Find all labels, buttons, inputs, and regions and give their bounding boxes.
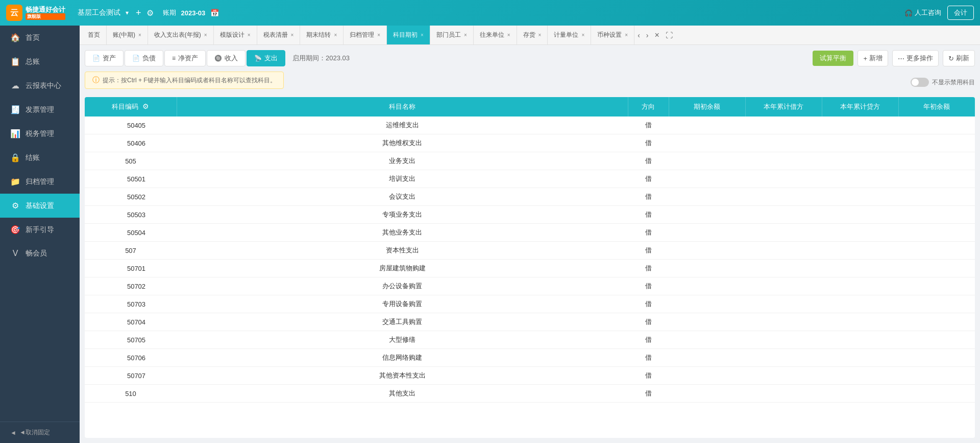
cell-credit xyxy=(822,277,898,295)
sidebar-label-invoice: 发票管理 xyxy=(26,105,54,114)
cell-name: 其他业务支出 xyxy=(177,224,628,242)
more-button[interactable]: ⋯ 更多操作 xyxy=(892,50,939,66)
table-row[interactable]: 507资本性支出借 xyxy=(85,242,975,260)
cell-dir: 借 xyxy=(628,170,669,188)
company-dropdown-icon[interactable]: ▾ xyxy=(126,9,129,16)
tab-currency[interactable]: 币种设置 × xyxy=(591,26,634,45)
account-button[interactable]: 会计 xyxy=(947,6,974,20)
sidebar-label-ledger: 总账 xyxy=(26,57,40,66)
sidebar-item-reports[interactable]: ☁ 云报表中心 xyxy=(0,74,80,98)
table-row[interactable]: 50706信息网络购建借 xyxy=(85,349,975,367)
support-button[interactable]: 🎧 人工咨询 xyxy=(904,8,941,17)
sidebar-item-settings[interactable]: ⚙ 基础设置 xyxy=(0,194,80,218)
sidebar-item-checkout[interactable]: 🔒 结账 xyxy=(0,146,80,170)
add-company-icon[interactable]: + xyxy=(136,8,141,18)
cell-dir: 借 xyxy=(628,188,669,206)
sidebar-item-invoice[interactable]: 🧾 发票管理 xyxy=(0,98,80,122)
table-row[interactable]: 50502会议支出借 xyxy=(85,188,975,206)
tab-unit-close[interactable]: × xyxy=(581,32,584,38)
tab-subject-init[interactable]: 科目期初 × xyxy=(387,26,430,45)
tab-inventory-close[interactable]: × xyxy=(538,32,542,38)
table-wrapper[interactable]: 科目编码 ⚙ 科目名称 方向 期初余额 本年累计借方 本年累计贷方 年初余额 xyxy=(85,97,975,438)
tab-inventory[interactable]: 存货 × xyxy=(517,26,548,45)
table-row[interactable]: 50705大型修缮借 xyxy=(85,331,975,349)
sidebar: 🏠 首页 📋 总账 ☁ 云报表中心 🧾 发票管理 📊 税务管理 🔒 结账 📁 归… xyxy=(0,26,80,443)
sidebar-item-guide[interactable]: 🎯 新手引导 xyxy=(0,218,80,242)
balance-button[interactable]: 试算平衡 xyxy=(813,51,853,66)
tab-annual[interactable]: 收入支出表(年报) × xyxy=(148,26,214,45)
refresh-label: 刷新 xyxy=(956,54,969,63)
sub-tab-income[interactable]: 🔘 收入 xyxy=(207,50,246,66)
cell-balance xyxy=(669,188,745,206)
table-row[interactable]: 50405运维维支出借 xyxy=(85,116,975,134)
cell-name: 房屋建筑物购建 xyxy=(177,260,628,277)
tab-template[interactable]: 模版设计 × xyxy=(214,26,257,45)
cell-name: 会议支出 xyxy=(177,188,628,206)
tab-close-all[interactable]: × xyxy=(651,26,662,45)
tab-subject-init-close[interactable]: × xyxy=(421,32,424,38)
tab-partner-close[interactable]: × xyxy=(507,32,510,38)
sub-tab-expense[interactable]: 📡 支出 xyxy=(247,50,285,66)
tab-period[interactable]: 账(中期) × xyxy=(107,26,148,45)
tab-archive-close[interactable]: × xyxy=(377,32,380,38)
table-row[interactable]: 505业务支出借 xyxy=(85,152,975,170)
sidebar-collapse-button[interactable]: ◄ ◄取消固定 xyxy=(0,422,80,443)
cell-name: 运维维支出 xyxy=(177,116,628,134)
tab-currency-close[interactable]: × xyxy=(625,32,628,38)
header-right: 🎧 人工咨询 会计 xyxy=(904,6,974,20)
tab-unit[interactable]: 计量单位 × xyxy=(548,26,591,45)
tab-nav-next[interactable]: › xyxy=(643,26,652,45)
tab-partner[interactable]: 往来单位 × xyxy=(474,26,517,45)
table-row[interactable]: 50503专项业务支出借 xyxy=(85,206,975,224)
tab-archive[interactable]: 归档管理 × xyxy=(344,26,387,45)
table-row[interactable]: 50703专用设备购置借 xyxy=(85,295,975,313)
tab-template-close[interactable]: × xyxy=(248,32,251,38)
tab-dept[interactable]: 部门员工 × xyxy=(430,26,474,45)
table-row[interactable]: 50702办公设备购置借 xyxy=(85,277,975,295)
tab-home[interactable]: 首页 xyxy=(82,26,107,45)
table-row[interactable]: 50701房屋建筑物购建借 xyxy=(85,260,975,277)
sidebar-item-tax[interactable]: 📊 税务管理 xyxy=(0,122,80,146)
sidebar-label-member: 畅会员 xyxy=(26,249,47,258)
table-row[interactable]: 50406其他维权支出借 xyxy=(85,134,975,152)
sidebar-item-home[interactable]: 🏠 首页 xyxy=(0,26,80,50)
column-settings-icon[interactable]: ⚙ xyxy=(142,102,149,110)
notice-row: ⓘ 提示：按Ctrl + F键并输入科目编码或者科目名称可以查找科目。 不显示禁… xyxy=(85,72,975,93)
refresh-button[interactable]: ↻ 刷新 xyxy=(943,50,975,66)
tab-nav-prev[interactable]: ‹ xyxy=(634,26,643,45)
sidebar-item-member[interactable]: V 畅会员 xyxy=(0,242,80,265)
tab-tax-close[interactable]: × xyxy=(291,32,294,38)
cell-name: 其他维权支出 xyxy=(177,134,628,152)
sub-tab-equity[interactable]: ≡ 净资产 xyxy=(164,50,206,66)
equity-icon: ≡ xyxy=(172,55,176,62)
table-row[interactable]: 50704交通工具购置借 xyxy=(85,313,975,331)
cell-balance xyxy=(669,277,745,295)
cell-debit xyxy=(745,206,822,224)
sidebar-item-ledger[interactable]: 📋 总账 xyxy=(0,50,80,74)
settings-icon[interactable]: ⚙ xyxy=(146,8,154,18)
add-button[interactable]: + 新增 xyxy=(857,50,888,66)
table-row[interactable]: 50707其他资本性支出借 xyxy=(85,367,975,385)
tab-period-end[interactable]: 期末结转 × xyxy=(300,26,344,45)
tab-expand[interactable]: ⛶ xyxy=(663,26,676,45)
tab-period-end-close[interactable]: × xyxy=(334,32,337,38)
tab-tax-label: 税表清册 xyxy=(263,31,288,39)
table-row[interactable]: 50504其他业务支出借 xyxy=(85,224,975,242)
sub-tab-liability[interactable]: 📄 负债 xyxy=(125,50,163,66)
table-row[interactable]: 50501培训支出借 xyxy=(85,170,975,188)
ledger-icon: 📋 xyxy=(10,57,20,66)
tab-tax[interactable]: 税表清册 × xyxy=(257,26,301,45)
tab-period-close[interactable]: × xyxy=(138,32,141,38)
table-row[interactable]: 510其他支出借 xyxy=(85,385,975,403)
tab-dept-close[interactable]: × xyxy=(464,32,467,38)
sidebar-item-archive[interactable]: 📁 归档管理 xyxy=(0,170,80,194)
cell-year-balance xyxy=(898,242,975,260)
refresh-icon: ↻ xyxy=(948,55,954,62)
tab-annual-close[interactable]: × xyxy=(204,32,207,38)
tab-dept-label: 部门员工 xyxy=(436,31,461,39)
toggle-disabled-switch[interactable] xyxy=(911,78,929,87)
cell-credit xyxy=(822,242,898,260)
sub-tab-asset[interactable]: 📄 资产 xyxy=(85,50,124,66)
cell-debit xyxy=(745,367,822,385)
calendar-icon[interactable]: 📅 xyxy=(210,9,219,17)
